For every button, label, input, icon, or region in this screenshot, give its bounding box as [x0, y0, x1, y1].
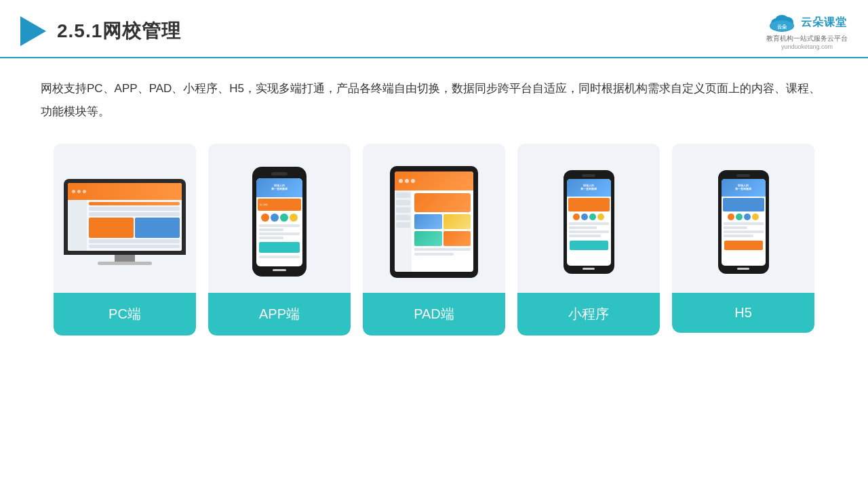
logo-brand: 云朵课堂 — [801, 16, 847, 30]
main-content: 网校支持PC、APP、PAD、小程序、H5，实现多端打通，产品各终端自由切换，数… — [0, 58, 868, 349]
phone-mockup-app: 职场人的第一堂刺激课 热门课程 — [252, 167, 307, 277]
description-text: 网校支持PC、APP、PAD、小程序、H5，实现多端打通，产品各终端自由切换，数… — [41, 77, 827, 123]
logo-cloud: 云朵 云朵课堂 — [767, 12, 847, 33]
cards-container: PC端 职场人的第一堂刺激课 热门课程 — [41, 144, 827, 336]
card-pad-image — [363, 144, 505, 293]
card-app-label: APP端 — [208, 293, 351, 336]
card-h5: 职场人的第一堂刺激课 — [672, 144, 814, 333]
tablet-mockup — [390, 166, 478, 278]
mini-phone-mockup-1: 职场人的第一堂刺激课 — [564, 170, 614, 274]
card-miniprogram-label: 小程序 — [517, 293, 660, 336]
logo-area: 云朵 云朵课堂 教育机构一站式服务云平台 yunduoketang.com — [766, 12, 848, 50]
page-title: 2.5.1网校管理 — [57, 18, 181, 44]
card-pad-label: PAD端 — [363, 293, 505, 336]
card-h5-label: H5 — [672, 293, 814, 333]
logo-domain: yunduoketang.com — [781, 43, 833, 50]
page-header: 2.5.1网校管理 云朵 云朵课堂 教育机构一站式服务云平台 yunduoket… — [0, 0, 868, 58]
section-number: 2.5.1 — [57, 20, 102, 41]
mini-phone-mockup-2: 职场人的第一堂刺激课 — [718, 170, 769, 274]
card-app: 职场人的第一堂刺激课 热门课程 — [208, 144, 351, 336]
card-pad: PAD端 — [363, 144, 505, 336]
card-pc-image — [54, 144, 196, 293]
header-left: 2.5.1网校管理 — [20, 16, 181, 46]
card-pc: PC端 — [54, 144, 196, 336]
svg-text:云朵: 云朵 — [777, 24, 787, 29]
card-h5-image: 职场人的第一堂刺激课 — [672, 144, 814, 293]
card-app-image: 职场人的第一堂刺激课 热门课程 — [208, 144, 351, 293]
play-icon — [20, 16, 46, 46]
logo-tagline: 教育机构一站式服务云平台 — [766, 34, 848, 43]
card-pc-label: PC端 — [54, 293, 196, 336]
card-miniprogram-image: 职场人的第一堂刺激课 — [517, 144, 660, 293]
pc-mockup — [64, 179, 186, 265]
cloud-logo-icon: 云朵 — [767, 12, 797, 33]
card-miniprogram: 职场人的第一堂刺激课 — [517, 144, 660, 336]
title-text: 网校管理 — [102, 20, 181, 41]
